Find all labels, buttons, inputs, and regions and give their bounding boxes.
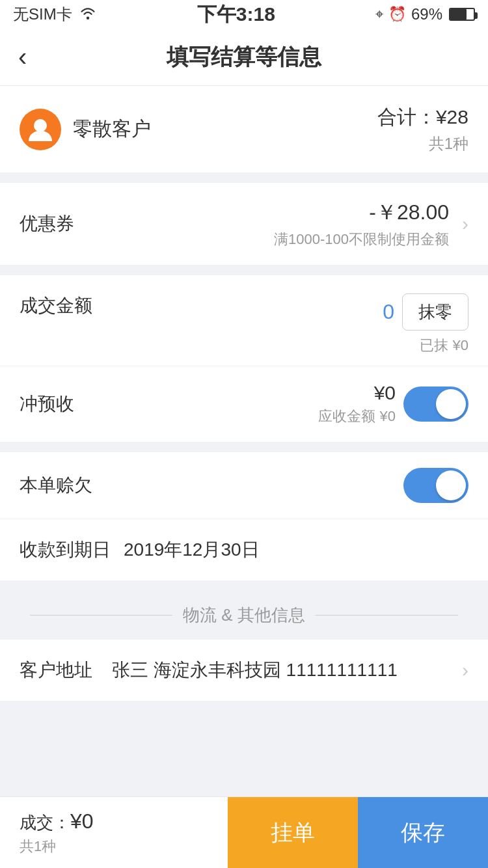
nav-bar: ‹ 填写结算等信息: [0, 29, 488, 86]
customer-total: 合计：¥28 共1种: [377, 104, 468, 154]
wifi-icon: [79, 5, 97, 23]
transaction-row: 成交金额 抹零 已抹 ¥0: [0, 275, 488, 366]
save-button[interactable]: 保存: [358, 797, 488, 869]
nav-title: 填写结算等信息: [167, 42, 321, 72]
location-icon: ⌖: [375, 6, 383, 23]
bottom-count: 共1种: [20, 837, 208, 856]
transaction-value-area: 抹零: [342, 293, 468, 331]
round-zero-button[interactable]: 抹零: [402, 293, 468, 331]
logistics-header: 物流 & 其他信息: [0, 591, 488, 640]
address-row[interactable]: 客户地址 张三 海淀永丰科技园 11111111111 ›: [0, 640, 488, 701]
status-right: ⌖ ⏰ 69%: [375, 5, 475, 23]
customer-name: 零散客户: [73, 116, 151, 142]
due-date-label: 收款到期日: [20, 537, 111, 562]
debt-section: 本单赊欠 收款到期日 2019年12月30日: [0, 452, 488, 580]
prepay-value-area: ¥0 应收金额 ¥0: [318, 382, 468, 426]
transaction-label: 成交金额: [20, 293, 92, 318]
already-rounded-text: 已抹 ¥0: [420, 336, 468, 355]
alarm-icon: ⏰: [388, 6, 406, 23]
prepay-toggle-slider: [403, 387, 468, 422]
content-area: 零散客户 合计：¥28 共1种 优惠券 -￥28.00 满1000-100不限制…: [0, 86, 488, 789]
prepay-toggle[interactable]: [403, 387, 468, 422]
carrier-text: 无SIM卡: [13, 4, 72, 25]
battery-icon: [449, 8, 475, 21]
status-time: 下午3:18: [197, 1, 275, 28]
prepay-row: 冲预收 ¥0 应收金额 ¥0: [0, 366, 488, 442]
back-button[interactable]: ‹: [18, 42, 27, 72]
debt-label: 本单赊欠: [20, 473, 92, 498]
prepay-receivable: 应收金额 ¥0: [318, 407, 396, 426]
bottom-summary: 成交：¥0 共1种: [0, 809, 228, 856]
prepay-value: ¥0 应收金额 ¥0: [318, 382, 396, 426]
coupon-amount: -￥28.00: [274, 198, 449, 227]
prepay-label: 冲预收: [20, 392, 74, 416]
debt-toggle[interactable]: [403, 468, 468, 503]
coupon-section: 优惠券 -￥28.00 满1000-100不限制使用金额 ›: [0, 183, 488, 265]
total-amount: 合计：¥28: [377, 104, 468, 131]
coupon-value: -￥28.00 满1000-100不限制使用金额: [274, 198, 449, 249]
battery-text: 69%: [411, 5, 442, 23]
debt-row: 本单赊欠: [0, 452, 488, 519]
bottom-deal-amount: ¥0: [70, 809, 94, 833]
address-section: 客户地址 张三 海淀永丰科技园 11111111111 ›: [0, 640, 488, 701]
coupon-row[interactable]: 优惠券 -￥28.00 满1000-100不限制使用金额 ›: [0, 183, 488, 265]
bottom-bar: 成交：¥0 共1种 挂单 保存: [0, 796, 488, 868]
due-date-row: 收款到期日 2019年12月30日: [0, 519, 488, 580]
transaction-section: 成交金额 抹零 已抹 ¥0 冲预收 ¥0 应收金额 ¥0: [0, 275, 488, 442]
customer-avatar: [20, 109, 61, 150]
coupon-value-area: -￥28.00 满1000-100不限制使用金额 ›: [274, 198, 468, 249]
prepay-amount: ¥0: [318, 382, 396, 404]
customer-info: 零散客户: [20, 109, 151, 150]
debt-toggle-slider: [403, 468, 468, 503]
status-left: 无SIM卡: [13, 4, 97, 25]
transaction-input[interactable]: [342, 300, 394, 324]
coupon-desc: 满1000-100不限制使用金额: [274, 230, 449, 249]
address-chevron-icon: ›: [462, 659, 468, 681]
svg-point-0: [34, 119, 47, 132]
coupon-label: 优惠券: [20, 211, 74, 236]
coupon-chevron-icon: ›: [462, 213, 468, 235]
bottom-deal-text: 成交：¥0: [20, 809, 208, 834]
logistics-label: 物流 & 其他信息: [183, 604, 305, 627]
customer-row: 零散客户 合计：¥28 共1种: [0, 86, 488, 172]
status-bar: 无SIM卡 下午3:18 ⌖ ⏰ 69%: [0, 0, 488, 29]
total-count: 共1种: [377, 133, 468, 154]
address-label: 客户地址: [20, 658, 92, 683]
due-date-value: 2019年12月30日: [124, 537, 260, 562]
address-value: 张三 海淀永丰科技园 11111111111: [112, 658, 455, 683]
hang-button[interactable]: 挂单: [228, 797, 358, 869]
